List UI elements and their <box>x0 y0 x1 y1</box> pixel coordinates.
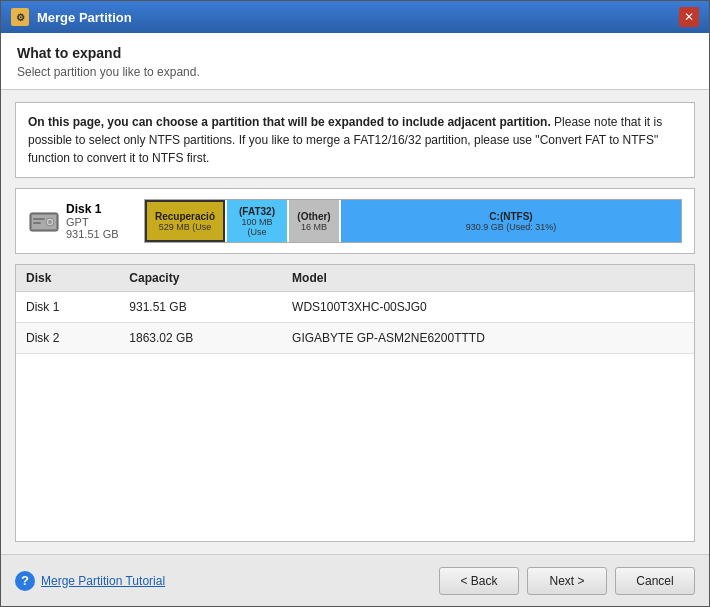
disk-row: Disk 1 GPT 931.51 GB Recuperació 529 MB … <box>28 199 682 243</box>
cell-capacity: 1863.02 GB <box>119 323 282 354</box>
section-subtitle: Select partition you like to expand. <box>17 65 693 79</box>
app-icon: ⚙ <box>11 8 29 26</box>
disk-table-container: Disk Capacity Model Disk 1931.51 GBWDS10… <box>15 264 695 542</box>
partition-recovery[interactable]: Recuperació 529 MB (Use <box>145 200 225 242</box>
title-bar: ⚙ Merge Partition ✕ <box>1 1 709 33</box>
table-header-row: Disk Capacity Model <box>16 265 694 292</box>
footer: ? Merge Partition Tutorial < Back Next >… <box>1 554 709 606</box>
info-box: On this page, you can choose a partition… <box>15 102 695 178</box>
partition-ntfs-name: C:(NTFS) <box>489 211 532 222</box>
partition-ntfs-detail: 930.9 GB (Used: 31%) <box>466 222 557 232</box>
table-row[interactable]: Disk 1931.51 GBWDS100T3XHC-00SJG0 <box>16 292 694 323</box>
window-title: Merge Partition <box>37 10 132 25</box>
title-bar-left: ⚙ Merge Partition <box>11 8 132 26</box>
disk-info: Disk 1 GPT 931.51 GB <box>28 202 136 240</box>
svg-point-3 <box>48 220 52 224</box>
disk-table-body: Disk 1931.51 GBWDS100T3XHC-00SJG0Disk 21… <box>16 292 694 354</box>
partition-other[interactable]: (Other) 16 MB <box>289 200 339 242</box>
disk-label-size: 931.51 GB <box>66 228 119 240</box>
cell-disk: Disk 2 <box>16 323 119 354</box>
cell-capacity: 931.51 GB <box>119 292 282 323</box>
section-header: What to expand Select partition you like… <box>1 33 709 90</box>
disk-icon <box>28 207 60 235</box>
disk-label: Disk 1 GPT 931.51 GB <box>66 202 136 240</box>
cell-model: WDS100T3XHC-00SJG0 <box>282 292 694 323</box>
col-capacity: Capacity <box>119 265 282 292</box>
next-button[interactable]: Next > <box>527 567 607 595</box>
help-link[interactable]: Merge Partition Tutorial <box>41 574 165 588</box>
cancel-button[interactable]: Cancel <box>615 567 695 595</box>
footer-right: < Back Next > Cancel <box>439 567 695 595</box>
partitions-bar: Recuperació 529 MB (Use (FAT32) 100 MB (… <box>144 199 682 243</box>
partition-ntfs[interactable]: C:(NTFS) 930.9 GB (Used: 31%) <box>341 200 681 242</box>
col-model: Model <box>282 265 694 292</box>
cell-disk: Disk 1 <box>16 292 119 323</box>
svg-rect-5 <box>33 222 41 224</box>
disk-label-name: Disk 1 <box>66 202 101 216</box>
col-disk: Disk <box>16 265 119 292</box>
partition-recovery-detail: 529 MB (Use <box>159 222 212 232</box>
info-bold: On this page, you can choose a partition… <box>28 115 551 129</box>
partition-fat32-detail: 100 MB (Use <box>233 217 281 237</box>
disk-visual-area: Disk 1 GPT 931.51 GB Recuperació 529 MB … <box>15 188 695 254</box>
footer-left: ? Merge Partition Tutorial <box>15 571 165 591</box>
svg-rect-4 <box>33 218 45 220</box>
content-area: On this page, you can choose a partition… <box>1 90 709 554</box>
partition-other-name: (Other) <box>297 211 330 222</box>
table-row[interactable]: Disk 21863.02 GBGIGABYTE GP-ASM2NE6200TT… <box>16 323 694 354</box>
dialog-window: ⚙ Merge Partition ✕ What to expand Selec… <box>0 0 710 607</box>
partition-recovery-name: Recuperació <box>155 211 215 222</box>
disk-table: Disk Capacity Model Disk 1931.51 GBWDS10… <box>16 265 694 354</box>
section-title: What to expand <box>17 45 693 61</box>
close-button[interactable]: ✕ <box>679 7 699 27</box>
partition-other-detail: 16 MB <box>301 222 327 232</box>
cell-model: GIGABYTE GP-ASM2NE6200TTTD <box>282 323 694 354</box>
help-icon[interactable]: ? <box>15 571 35 591</box>
disk-label-type: GPT <box>66 216 89 228</box>
partition-fat32-name: (FAT32) <box>239 206 275 217</box>
back-button[interactable]: < Back <box>439 567 519 595</box>
partition-fat32[interactable]: (FAT32) 100 MB (Use <box>227 200 287 242</box>
